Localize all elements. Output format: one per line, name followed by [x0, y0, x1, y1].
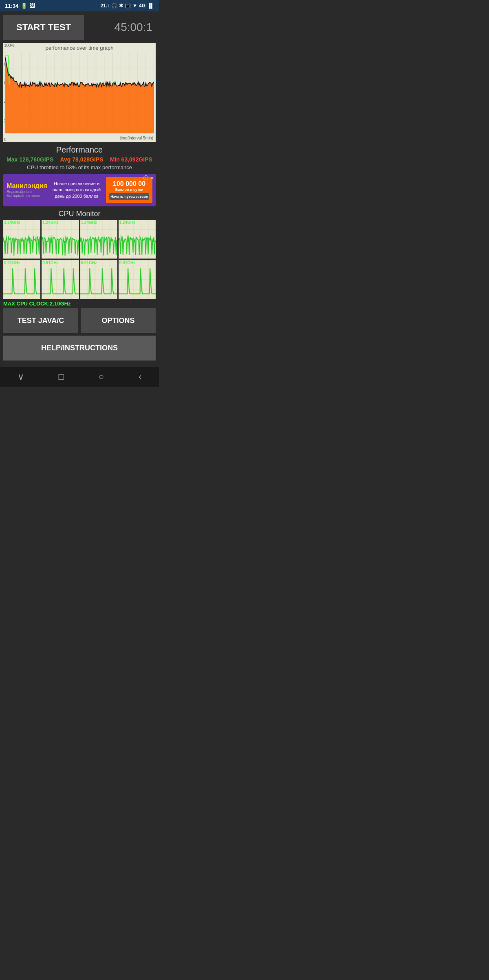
cpu-core-6-freq: 0.91GHz: [80, 260, 98, 265]
start-test-button[interactable]: START TEST: [3, 15, 84, 40]
performance-graph-container: performance over time graph 100% 80% 60%…: [3, 43, 156, 142]
cpu-core-5-canvas: [42, 260, 79, 299]
ad-text: Новое приключение и шанс выиграть каждый…: [47, 181, 106, 199]
ad-brand: Манилэндия: [7, 182, 47, 190]
cpu-core-4: 0.91GHz: [3, 260, 40, 299]
stat-max: Max 128,760GIPS: [7, 156, 53, 163]
ad-close-icon[interactable]: ✕: [150, 175, 154, 181]
cpu-core-2-freq: 1.24GHz: [80, 220, 98, 225]
performance-canvas: [5, 52, 154, 133]
cpu-core-7-freq: 0.91GHz: [119, 260, 136, 265]
cpu-core-1-freq: 1.24GHz: [42, 220, 59, 225]
test-java-c-button[interactable]: TEST JAVA/C: [3, 308, 78, 333]
graph-title: performance over time graph: [5, 45, 154, 51]
signal-bars: ▐▌: [147, 3, 154, 9]
status-time: 11:34: [5, 3, 18, 9]
cpu-core-1: 1.24GHz: [42, 220, 79, 259]
cpu-core-3-freq: 1.24GHz: [119, 220, 136, 225]
cpu-core-5-freq: 0.91GHz: [42, 260, 59, 265]
cpu-bottom-grid: 0.91GHz 0.91GHz 0.91GHz 0.91GHz: [3, 260, 156, 299]
throttle-text: CPU throttled to 53% of its max performa…: [3, 164, 156, 170]
network-type: 4G: [139, 3, 145, 9]
performance-stats: Max 128,760GIPS Avg 78,028GIPS Min 63,09…: [3, 156, 156, 163]
ad-prize-amount: 100 000 00: [109, 180, 149, 188]
y-label-100: 100%: [4, 43, 15, 48]
header-row: START TEST 45:00:1: [3, 15, 156, 40]
cpu-core-4-canvas: [3, 260, 40, 299]
cpu-core-6: 0.91GHz: [80, 260, 117, 299]
cpu-core-2-canvas: [80, 220, 117, 259]
battery-icon: 🔋: [21, 3, 27, 9]
cpu-core-3-canvas: [119, 220, 156, 259]
cpu-core-6-canvas: [80, 260, 117, 299]
y-label-0: 0: [4, 137, 15, 142]
performance-title: Performance: [3, 145, 156, 155]
ad-left: Манилэндия Яндекс.Деньги Выгодный чат-кв…: [7, 182, 47, 198]
ad-cta[interactable]: Начать путешествие: [109, 193, 149, 200]
cpu-core-2: 1.24GHz: [80, 220, 117, 259]
performance-section: Performance Max 128,760GIPS Avg 78,028GI…: [3, 145, 156, 170]
ad-tagline: Выгодный чат-квест: [7, 194, 40, 198]
help-instructions-button[interactable]: HELP/INSTRUCTIONS: [3, 336, 156, 361]
nav-down-icon[interactable]: ∨: [18, 372, 24, 382]
timer-display: 45:00:1: [84, 21, 156, 34]
stat-avg: Avg 78,028GIPS: [60, 156, 103, 163]
cpu-core-7-canvas: [119, 260, 156, 299]
options-button[interactable]: OPTIONS: [81, 308, 156, 333]
bluetooth-icon: ✱: [119, 3, 123, 9]
cpu-core-1-canvas: [42, 220, 79, 259]
ad-banner: Манилэндия Яндекс.Деньги Выгодный чат-кв…: [3, 174, 156, 206]
nav-recent-icon[interactable]: □: [59, 372, 64, 382]
bottom-buttons: TEST JAVA/C OPTIONS: [3, 308, 156, 333]
nav-back-icon[interactable]: ‹: [139, 372, 141, 382]
cpu-core-7: 0.91GHz: [119, 260, 156, 299]
ad-sub: Яндекс.Деньги: [7, 190, 32, 194]
cpu-core-5: 0.91GHz: [42, 260, 79, 299]
ad-info-icon[interactable]: i: [143, 175, 148, 180]
stat-min: Min 63,092GIPS: [110, 156, 152, 163]
cpu-core-3: 1.24GHz: [119, 220, 156, 259]
signal-info: 21.↑: [100, 3, 110, 9]
main-content: START TEST 45:00:1 performance over time…: [0, 11, 159, 367]
status-right: 21.↑ 🎧 ✱ 📳 ▼ 4G ▐▌: [100, 3, 154, 9]
status-left: 11:34 🔋 🖼: [5, 3, 35, 9]
wifi-icon: ▼: [132, 3, 137, 9]
ad-prize-sub: Баллов в сутки: [109, 188, 149, 192]
cpu-top-grid: 1.24GHz 1.24GHz 1.24GHz 1.24GHz: [3, 220, 156, 259]
status-bar: 11:34 🔋 🖼 21.↑ 🎧 ✱ 📳 ▼ 4G ▐▌: [0, 0, 159, 11]
cpu-core-0-freq: 1.24GHz: [3, 220, 21, 225]
max-cpu-clock: MAX CPU CLOCK:2.10GHz: [3, 301, 156, 307]
cpu-monitor-title: CPU Monitor: [3, 210, 156, 218]
headphones-icon: 🎧: [111, 3, 117, 9]
vibration-icon: 📳: [125, 3, 131, 9]
cpu-core-0: 1.24GHz: [3, 220, 40, 259]
cpu-core-0-canvas: [3, 220, 40, 259]
nav-home-icon[interactable]: ○: [99, 372, 104, 382]
nav-bar: ∨ □ ○ ‹: [0, 367, 159, 387]
graph-time-label: time(interval 5min): [5, 136, 154, 140]
ad-prize[interactable]: 100 000 00 Баллов в сутки Начать путешес…: [106, 177, 152, 203]
media-icon: 🖼: [30, 3, 35, 9]
cpu-core-4-freq: 0.91GHz: [3, 260, 21, 265]
